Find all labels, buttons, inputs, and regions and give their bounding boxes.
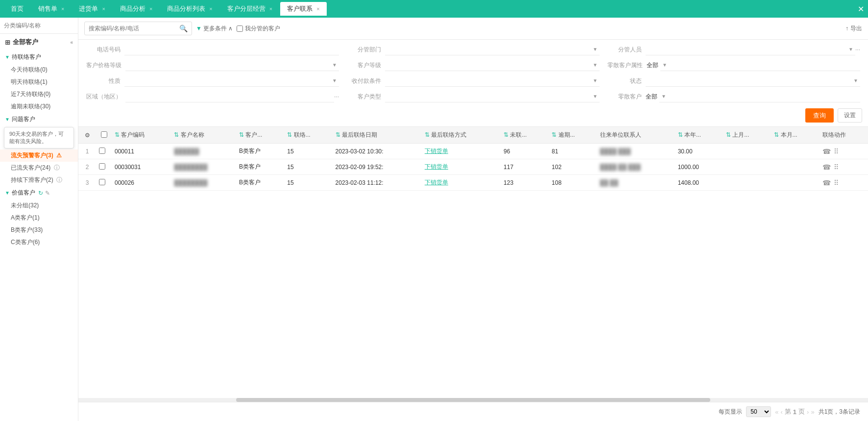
select-all-checkbox[interactable] [101, 131, 107, 138]
row-3-check[interactable] [99, 179, 105, 185]
filter-payment-select[interactable]: ▼ [385, 75, 600, 87]
collapse-icon[interactable]: « [70, 40, 73, 45]
filter-region-select[interactable] [125, 91, 334, 102]
row-1-more-icon[interactable]: ⠿ [834, 148, 839, 155]
my-customers-check[interactable] [237, 25, 243, 32]
settings-button[interactable]: 设置 [838, 108, 862, 123]
col-last-method-sort-icon[interactable]: ⇅ [425, 131, 430, 138]
sidebar-item-ungrouped[interactable]: 未分组(32) [0, 199, 78, 212]
row-3-last-month [723, 175, 771, 191]
row-3-method-link[interactable]: 下销货单 [425, 179, 448, 186]
search-input[interactable] [89, 25, 177, 32]
sidebar-item-overdue[interactable]: 逾期未联络(30) [0, 100, 78, 113]
horizontal-scrollbar[interactable] [78, 398, 868, 402]
row-2-more-icon[interactable]: ⠿ [834, 163, 839, 171]
export-button[interactable]: ↑ 导出 [845, 25, 862, 33]
tab-customer-contact-close[interactable]: × [316, 6, 319, 12]
filter-nature-select[interactable]: ▼ [124, 75, 339, 87]
row-2-method-link[interactable]: 下销货单 [425, 163, 448, 170]
last-page-button[interactable]: » [811, 408, 814, 416]
col-name-sort-icon[interactable]: ⇅ [174, 131, 179, 138]
tab-customer-contact[interactable]: 客户联系 × [280, 2, 326, 16]
filter-region-label: 区域（地区） [86, 93, 121, 101]
col-current-year: ⇅ 本年... [675, 127, 723, 144]
col-checkbox [96, 127, 112, 144]
col-current-year-sort-icon[interactable]: ⇅ [678, 131, 683, 138]
row-1-method-link[interactable]: 下销货单 [425, 148, 448, 154]
first-page-button[interactable]: « [775, 408, 778, 416]
filter-manager-select[interactable]: ▼ [646, 44, 855, 55]
per-page-select[interactable]: 50 100 200 [746, 406, 771, 417]
col-uncontacted-sort-icon[interactable]: ⇅ [504, 131, 508, 138]
tab-purchase[interactable]: 进货单 × [72, 2, 112, 16]
row-1-check[interactable] [99, 148, 105, 154]
sidebar-item-declining[interactable]: 持续下滑客户(2) ⓘ [0, 174, 78, 186]
sidebar-item-class-b[interactable]: B类客户(33) [0, 224, 78, 236]
col-code-sort-icon[interactable]: ⇅ [115, 131, 120, 138]
sidebar-item-churned[interactable]: 已流失客户(24) ⓘ [0, 162, 78, 174]
row-3-contact-icon[interactable]: ☎ [822, 179, 831, 187]
tab-sales-close[interactable]: × [61, 6, 64, 12]
manager-more-icon[interactable]: ··· [855, 46, 860, 53]
sidebar-group-value-header[interactable]: ▼ 价值客户 ↻ ✎ [0, 186, 78, 199]
tab-analysis-close[interactable]: × [149, 6, 152, 12]
refresh-icon[interactable]: ↻ [38, 190, 43, 197]
row-3-name-blurred: ████████ [174, 179, 207, 186]
tab-customer-tier-close[interactable]: × [269, 6, 272, 12]
row-2-check[interactable] [99, 163, 105, 170]
filter-price-level-select[interactable]: ▼ [125, 59, 339, 71]
search-box: 🔍 [84, 22, 192, 35]
prev-page-button[interactable]: ‹ [780, 408, 782, 416]
sidebar-item-today[interactable]: 今天待联络(0) [0, 64, 78, 76]
sidebar-search-input[interactable] [4, 22, 77, 29]
filter-dept-select[interactable]: ▼ [385, 44, 600, 55]
sidebar-all-customers[interactable]: ⊞ 全部客户 « [0, 34, 78, 50]
row-1-contact-icon[interactable]: ☎ [822, 148, 831, 155]
sidebar-group-value: ▼ 价值客户 ↻ ✎ 未分组(32) A类客户(1) B类客户(33) C类客户… [0, 186, 78, 248]
sidebar-item-7days[interactable]: 近7天待联络(0) [0, 88, 78, 100]
filter-phone-input[interactable] [124, 44, 339, 55]
filter-scatter-customer-select[interactable]: ▼ [659, 91, 860, 102]
tab-home[interactable]: 首页 [4, 2, 30, 16]
tab-purchase-close[interactable]: × [102, 6, 105, 12]
scrollbar-thumb[interactable] [236, 398, 710, 402]
window-close-button[interactable]: ✕ [858, 4, 864, 14]
export-label: 导出 [850, 25, 862, 33]
more-conditions-button[interactable]: ▼ 更多条件 ∧ [196, 25, 233, 33]
filter-status-select[interactable]: ▼ [646, 75, 860, 87]
sidebar-item-class-c[interactable]: C类客户(6) [0, 236, 78, 248]
col-overdue-sort-icon[interactable]: ⇅ [552, 131, 556, 138]
dept-dropdown-icon: ▼ [593, 47, 598, 52]
col-type-sort-icon[interactable]: ⇅ [239, 131, 244, 138]
export-icon: ↑ [845, 25, 848, 32]
sidebar-group-problem-header[interactable]: ▼ 问题客户 [0, 113, 78, 126]
sidebar-item-churn-warning[interactable]: 流失预警客户(3) ⚠ [0, 149, 78, 162]
grid-icon: ⊞ [5, 39, 10, 46]
row-3-more-icon[interactable]: ⠿ [834, 179, 839, 187]
region-more-icon[interactable]: ··· [334, 93, 339, 100]
next-page-button[interactable]: › [807, 408, 809, 416]
edit-icon[interactable]: ✎ [45, 190, 50, 197]
col-last-date-sort-icon[interactable]: ⇅ [336, 131, 340, 138]
tab-analysis-list-close[interactable]: × [209, 6, 212, 12]
filter-customer-type-select[interactable]: ▼ [385, 91, 600, 102]
filter-customer-level-select[interactable]: ▼ [385, 59, 600, 71]
settings-gear-icon[interactable]: ⚙ [85, 132, 90, 139]
price-level-dropdown-icon: ▼ [332, 62, 337, 68]
sidebar-item-class-a[interactable]: A类客户(1) [0, 212, 78, 224]
row-2-contact-icon[interactable]: ☎ [822, 163, 831, 171]
query-button[interactable]: 查询 [805, 108, 834, 123]
sidebar-group-pending-header[interactable]: ▼ 待联络客户 [0, 50, 78, 64]
row-1-code: 000011 [112, 144, 171, 159]
col-this-month-sort-icon[interactable]: ⇅ [774, 131, 779, 138]
filter-scatter-attr-select[interactable]: ▼ [660, 59, 860, 71]
col-contact-count-sort-icon[interactable]: ⇅ [287, 131, 292, 138]
tab-analysis[interactable]: 商品分析 × [113, 2, 159, 16]
tab-customer-tier[interactable]: 客户分层经营 × [220, 2, 279, 16]
sidebar-item-tomorrow[interactable]: 明天待联络(1) [0, 76, 78, 88]
tab-analysis-list[interactable]: 商品分析列表 × [160, 2, 219, 16]
tab-sales[interactable]: 销售单 × [31, 2, 71, 16]
col-last-month-sort-icon[interactable]: ⇅ [726, 131, 731, 138]
my-customers-checkbox[interactable]: 我分管的客户 [237, 25, 280, 33]
search-button[interactable]: 🔍 [179, 25, 188, 32]
